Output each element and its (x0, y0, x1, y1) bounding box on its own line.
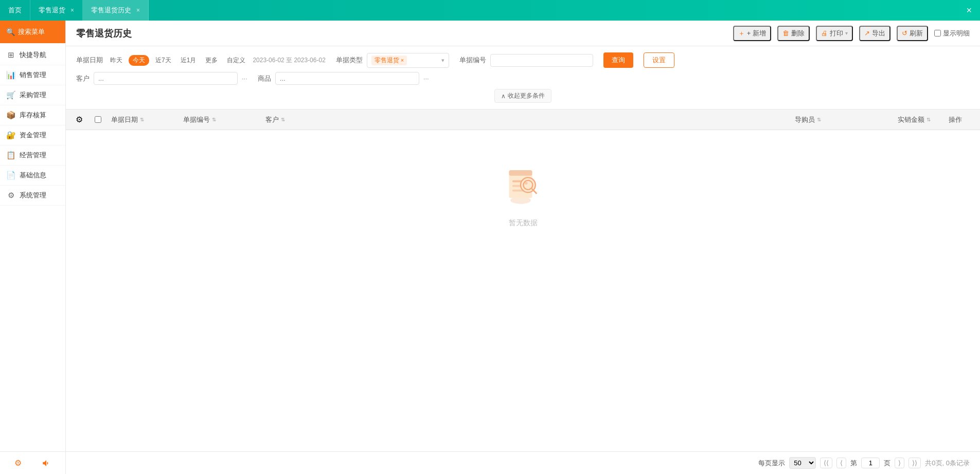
docnum-input[interactable] (490, 54, 593, 67)
page-total: 共0页, 0条记录 (925, 459, 970, 468)
th-action: 操作 (935, 115, 976, 124)
date-more[interactable]: 更多 (202, 55, 221, 66)
goods-ellipsis[interactable]: ··· (423, 75, 429, 82)
delete-button[interactable]: 🗑 删除 (777, 26, 810, 41)
search-icon: 🔍 (6, 28, 15, 36)
sidebar-label-purchase-mgmt: 采购管理 (20, 90, 46, 100)
th-num-sort-icon: ⇅ (212, 117, 216, 122)
th-amount[interactable]: 实销金额 ⇅ (873, 115, 935, 124)
tab-retail-return-history[interactable]: 零售退货历史× (83, 0, 149, 21)
window-close-button[interactable]: × (958, 5, 980, 16)
sidebar-icon-inventory: 📦 (6, 111, 15, 120)
goods-input[interactable] (275, 72, 419, 85)
th-settings[interactable]: ⚙ (70, 115, 88, 124)
page-last-button[interactable]: ⟩⟩ (908, 458, 921, 468)
date-custom[interactable]: 自定义 (224, 55, 248, 66)
sidebar: 🔍 搜索菜单 ⊞ 快捷导航 📊 销售管理 🛒 采购管理 📦 库存核算 🔐 资金管… (0, 21, 66, 474)
page-prev-button[interactable]: ⟨ (836, 458, 846, 468)
doctype-select[interactable]: 零售退货 × ▾ (367, 53, 449, 68)
doctype-tag: 零售退货 × (371, 56, 407, 65)
page-size-label: 每页显示 (758, 459, 785, 468)
tab-bar: 首页零售退货×零售退货历史× (0, 0, 958, 21)
show-detail-input[interactable] (934, 30, 941, 37)
print-icon: 🖨 (821, 29, 828, 37)
table-section: ⚙ 单据日期 ⇅ 单据编号 ⇅ 客户 ⇅ 导购员 (66, 110, 980, 451)
page-first-button[interactable]: ⟨⟨ (820, 458, 832, 468)
sidebar-label-finance: 资金管理 (20, 131, 46, 140)
sidebar-icon-purchase-mgmt: 🛒 (6, 90, 15, 100)
refresh-button[interactable]: ↺ 刷新 (897, 26, 928, 41)
page-input[interactable] (861, 458, 880, 468)
date-last7[interactable]: 近7天 (152, 55, 174, 66)
th-date[interactable]: 单据日期 ⇅ (107, 115, 179, 124)
sidebar-label-basic-info: 基础信息 (20, 171, 46, 180)
sidebar-item-quick-nav[interactable]: ⊞ 快捷导航 (0, 45, 65, 65)
page-next-button[interactable]: ⟩ (895, 458, 904, 468)
delete-icon: 🗑 (782, 29, 789, 37)
sidebar-item-system-mgmt[interactable]: ⚙ 系统管理 (0, 186, 65, 206)
sidebar-icon-operations: 📋 (6, 151, 15, 160)
date-yesterday[interactable]: 昨天 (107, 55, 126, 66)
date-filter-group: 单据日期 昨天 今天 近7天 近1月 更多 自定义 2023-06-02 至 2… (76, 55, 326, 66)
table-header: ⚙ 单据日期 ⇅ 单据编号 ⇅ 客户 ⇅ 导购员 (66, 110, 980, 130)
doctype-filter-group: 单据类型 零售退货 × ▾ (336, 53, 449, 68)
th-guide[interactable]: 导购员 ⇅ (791, 115, 873, 124)
collapse-button[interactable]: ∧ 收起更多条件 (494, 89, 551, 103)
sidebar-icon-finance: 🔐 (6, 131, 15, 140)
filter-section: 单据日期 昨天 今天 近7天 近1月 更多 自定义 2023-06-02 至 2… (66, 46, 980, 110)
sidebar-search[interactable]: 🔍 搜索菜单 (0, 21, 65, 43)
docnum-filter-group: 单据编号 (459, 54, 593, 67)
doctype-label: 单据类型 (336, 56, 363, 65)
sidebar-settings-btn[interactable]: ⚙ (14, 458, 22, 468)
table-settings-icon[interactable]: ⚙ (76, 115, 83, 124)
sidebar-audio-btn[interactable] (42, 459, 51, 468)
th-date-sort-icon: ⇅ (140, 117, 144, 122)
sidebar-icon-sales-mgmt: 📊 (6, 70, 15, 80)
customer-filter-group: 客户 ··· (76, 72, 247, 85)
sidebar-item-purchase-mgmt[interactable]: 🛒 采购管理 (0, 85, 65, 105)
sidebar-item-operations[interactable]: 📋 经营管理 (0, 145, 65, 166)
show-detail-checkbox[interactable]: 显示明细 (934, 29, 970, 38)
main-layout: 🔍 搜索菜单 ⊞ 快捷导航 📊 销售管理 🛒 采购管理 📦 库存核算 🔐 资金管… (0, 21, 980, 474)
sidebar-item-sales-mgmt[interactable]: 📊 销售管理 (0, 65, 65, 85)
sidebar-item-inventory[interactable]: 📦 库存核算 (0, 105, 65, 125)
toolbar: ＋ + 新增 🗑 删除 🖨 打印 ▾ ↗ 导出 ↺ (733, 26, 970, 41)
th-customer[interactable]: 客户 ⇅ (261, 115, 791, 124)
export-button[interactable]: ↗ 导出 (859, 26, 890, 41)
tab-retail-return[interactable]: 零售退货× (30, 0, 83, 21)
query-button[interactable]: 查询 (603, 52, 633, 68)
sidebar-label-sales-mgmt: 销售管理 (20, 70, 46, 80)
setting-button[interactable]: 设置 (644, 52, 674, 68)
date-label: 单据日期 (76, 56, 103, 65)
refresh-icon: ↺ (902, 29, 907, 37)
th-amount-sort-icon: ⇅ (926, 117, 931, 122)
date-range: 2023-06-02 至 2023-06-02 (253, 56, 325, 65)
goods-label: 商品 (258, 74, 271, 83)
date-today[interactable]: 今天 (129, 55, 149, 66)
page-size-select[interactable]: 10 20 50 100 (789, 457, 816, 469)
tab-close-retail-return-history[interactable]: × (136, 7, 140, 14)
print-button[interactable]: 🖨 打印 ▾ (816, 26, 853, 41)
add-icon: ＋ (738, 29, 745, 38)
customer-input[interactable] (94, 72, 238, 85)
sidebar-item-finance[interactable]: 🔐 资金管理 (0, 125, 65, 145)
sidebar-label-quick-nav: 快捷导航 (20, 50, 46, 60)
sidebar-icon-system-mgmt: ⚙ (6, 191, 15, 200)
sidebar-icon-quick-nav: ⊞ (6, 50, 15, 60)
add-button[interactable]: ＋ + 新增 (733, 26, 771, 41)
date-last1m[interactable]: 近1月 (177, 55, 200, 66)
tab-home[interactable]: 首页 (0, 0, 30, 21)
select-all-checkbox[interactable] (95, 116, 101, 123)
export-icon: ↗ (864, 29, 870, 37)
th-checkbox[interactable] (88, 116, 107, 123)
tab-close-retail-return[interactable]: × (70, 7, 74, 14)
sidebar-label-inventory: 库存核算 (20, 111, 46, 120)
svg-rect-2 (509, 170, 532, 176)
filter-row-1: 单据日期 昨天 今天 近7天 近1月 更多 自定义 2023-06-02 至 2… (76, 52, 970, 68)
sidebar-bottom: ⚙ (0, 451, 65, 474)
customer-ellipsis[interactable]: ··· (242, 75, 247, 82)
sidebar-item-basic-info[interactable]: 📄 基础信息 (0, 166, 65, 186)
docnum-label: 单据编号 (459, 56, 486, 65)
th-num[interactable]: 单据编号 ⇅ (179, 115, 261, 124)
doctype-tag-close[interactable]: × (401, 57, 404, 63)
